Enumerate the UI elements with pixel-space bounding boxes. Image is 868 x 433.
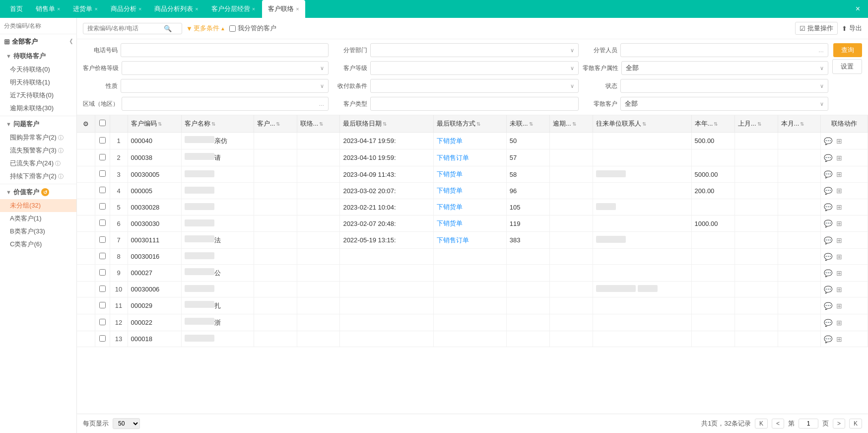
sidebar-item-churned[interactable]: 已流失客户(24) ⓘ: [0, 157, 76, 170]
my-customers-checkbox[interactable]: [229, 25, 236, 32]
sidebar-item-unclassified[interactable]: 未分组(32): [0, 199, 76, 212]
td-checkbox[interactable]: [95, 199, 110, 216]
filter-nature-select[interactable]: ∨: [121, 79, 329, 93]
filter-phone-input[interactable]: [121, 43, 329, 57]
sidebar-search-input[interactable]: [4, 22, 77, 29]
page-size-select[interactable]: 50 20 100: [113, 418, 140, 429]
tab-customer-contact[interactable]: 客户联络 ×: [262, 0, 305, 18]
sidebar-group-problem[interactable]: ▼ 问题客户: [0, 117, 76, 131]
td-checkbox[interactable]: [95, 314, 110, 331]
td-checkbox[interactable]: [95, 265, 110, 282]
sort-last-method-icon[interactable]: ⇅: [476, 121, 480, 127]
tab-product-analysis-list[interactable]: 商品分析列表 ×: [148, 0, 204, 18]
last-method-link[interactable]: 下销货单: [437, 219, 463, 227]
td-checkbox[interactable]: [95, 232, 110, 249]
chat-icon[interactable]: 💬: [824, 219, 832, 227]
row-checkbox[interactable]: [99, 286, 106, 292]
sort-partner-contact-icon[interactable]: ⇅: [642, 121, 646, 127]
td-checkbox[interactable]: [95, 183, 110, 199]
info-icon-1[interactable]: ⓘ: [58, 135, 64, 141]
tab-customer-contact-close[interactable]: ×: [296, 6, 299, 12]
info-icon-4[interactable]: ⓘ: [58, 173, 64, 179]
sort-this-year-icon[interactable]: ⇅: [714, 121, 718, 127]
grid-action-icon[interactable]: ⊞: [836, 203, 842, 211]
chat-icon[interactable]: 💬: [824, 137, 832, 145]
row-checkbox[interactable]: [99, 335, 106, 342]
chat-icon[interactable]: 💬: [824, 187, 832, 195]
tab-product-analysis-close[interactable]: ×: [138, 6, 141, 12]
filter-status-select[interactable]: ∨: [620, 79, 828, 93]
filter-price-tier-select[interactable]: ∨: [122, 61, 329, 75]
query-button[interactable]: 查询: [833, 43, 862, 57]
row-checkbox[interactable]: [99, 137, 106, 144]
sidebar-item-class-a[interactable]: A类客户(1): [0, 212, 76, 225]
th-last-date[interactable]: 最后联络日期 ⇅: [340, 115, 434, 133]
manager-dots-icon[interactable]: …: [818, 47, 824, 53]
tab-customer-tier[interactable]: 客户分层经营 ×: [205, 0, 261, 18]
td-checkbox[interactable]: [95, 297, 110, 314]
export-button[interactable]: ⬆ 导出: [842, 24, 862, 33]
td-last-method[interactable]: 下销货单: [434, 216, 507, 232]
region-dots-icon[interactable]: …: [319, 101, 324, 107]
next-page-button[interactable]: >: [833, 419, 845, 429]
chat-icon[interactable]: 💬: [824, 319, 832, 327]
chat-icon[interactable]: 💬: [824, 253, 832, 261]
chat-icon[interactable]: 💬: [824, 286, 832, 293]
chat-icon[interactable]: 💬: [824, 203, 832, 211]
td-checkbox[interactable]: [95, 166, 110, 183]
batch-ops-button[interactable]: ☑ 批量操作: [795, 22, 838, 35]
filter-customer-type-input[interactable]: [370, 97, 578, 111]
tab-sales[interactable]: 销售单 ×: [30, 0, 66, 18]
row-checkbox[interactable]: [99, 253, 106, 259]
tab-product-analysis-list-close[interactable]: ×: [195, 6, 198, 12]
sidebar-group-value[interactable]: ▼ 价值客户 ↺: [0, 185, 76, 199]
reset-button[interactable]: 设置: [832, 59, 862, 74]
row-checkbox[interactable]: [99, 236, 106, 243]
th-this-year[interactable]: 本年... ⇅: [691, 115, 734, 133]
filter-retail-attr-select[interactable]: 全部∨: [621, 61, 828, 75]
info-icon-2[interactable]: ⓘ: [58, 147, 64, 153]
td-last-method[interactable]: 下销售订单: [434, 149, 507, 166]
th-type[interactable]: 客户... ⇅: [254, 115, 297, 133]
td-last-method[interactable]: 下销货单: [434, 183, 507, 199]
grid-action-icon[interactable]: ⊞: [836, 187, 842, 195]
td-last-method[interactable]: 下销货单: [434, 166, 507, 183]
td-checkbox[interactable]: [95, 216, 110, 232]
sidebar-item-churn-warning[interactable]: 流失预警客户(3) ⓘ: [0, 144, 76, 157]
sidebar-item-abnormal-purchase[interactable]: 囤购异常客户(2) ⓘ: [0, 131, 76, 144]
sidebar-group-pending[interactable]: ▼ 待联络客户: [0, 49, 76, 63]
sidebar-item-class-b[interactable]: B类客户(33): [0, 225, 76, 238]
sort-last-date-icon[interactable]: ⇅: [383, 121, 387, 127]
sidebar-item-7days-pending[interactable]: 近7天待联络(0): [0, 89, 76, 102]
filter-customer-tier-select[interactable]: ∨: [370, 61, 578, 75]
sidebar-item-overdue-pending[interactable]: 逾期未联络(30): [0, 102, 76, 115]
th-settings[interactable]: ⚙: [77, 115, 95, 133]
first-page-button[interactable]: K: [755, 419, 768, 429]
grid-action-icon[interactable]: ⊞: [836, 219, 842, 227]
grid-action-icon[interactable]: ⊞: [836, 286, 842, 293]
chat-icon[interactable]: 💬: [824, 170, 832, 178]
th-this-month[interactable]: 本月... ⇅: [778, 115, 821, 133]
row-checkbox[interactable]: [99, 154, 106, 160]
td-checkbox[interactable]: [95, 331, 110, 347]
grid-action-icon[interactable]: ⊞: [836, 170, 842, 178]
tab-home[interactable]: 首页: [4, 0, 29, 18]
chat-icon[interactable]: 💬: [824, 269, 832, 277]
chat-icon[interactable]: 💬: [824, 302, 832, 310]
settings-icon[interactable]: ⚙: [83, 120, 89, 128]
sort-uncontacted-icon[interactable]: ⇅: [529, 121, 533, 127]
last-method-link[interactable]: 下销货单: [437, 187, 463, 194]
th-checkbox[interactable]: [95, 115, 110, 133]
last-method-link[interactable]: 下销售订单: [437, 154, 469, 161]
chat-icon[interactable]: 💬: [824, 335, 832, 343]
grid-action-icon[interactable]: ⊞: [836, 335, 842, 343]
tab-purchase-close[interactable]: ×: [94, 6, 97, 12]
grid-action-icon[interactable]: ⊞: [836, 253, 842, 261]
td-last-method[interactable]: 下销货单: [434, 133, 507, 149]
sidebar-item-class-c[interactable]: C类客户(6): [0, 238, 76, 251]
filter-dept-select[interactable]: ∨: [370, 43, 578, 57]
sort-overdue-icon[interactable]: ⇅: [572, 121, 576, 127]
td-checkbox[interactable]: [95, 149, 110, 166]
info-icon-3[interactable]: ⓘ: [55, 160, 61, 166]
row-checkbox[interactable]: [99, 170, 106, 177]
